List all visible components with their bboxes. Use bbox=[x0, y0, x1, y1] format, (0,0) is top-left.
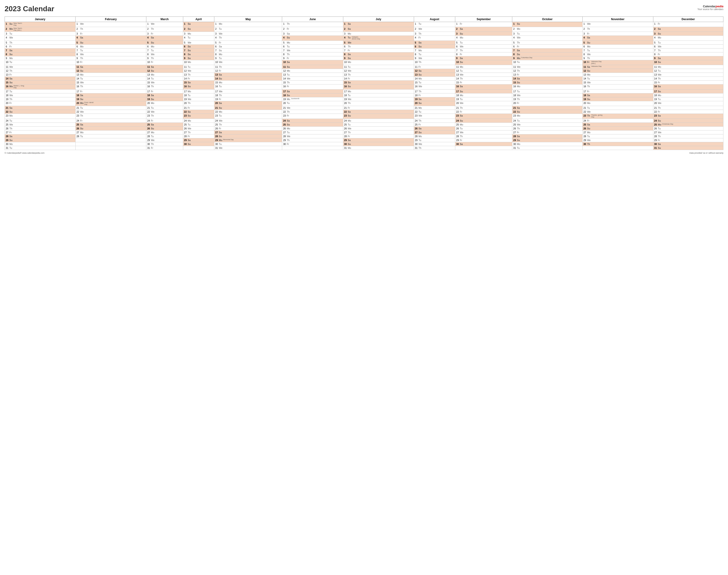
aug-7: 7Mo bbox=[414, 48, 455, 52]
feb-14: 14Tu bbox=[75, 77, 146, 80]
mar-7: 7Tu bbox=[146, 48, 183, 52]
jun-6: 6Tu bbox=[282, 44, 343, 48]
sep-15: 15Fr bbox=[455, 80, 512, 84]
may-20: 20Sa bbox=[214, 101, 282, 106]
mar-26: 26Su bbox=[146, 126, 183, 130]
page-header: 2023 Calendar Calendarpedia Your source … bbox=[5, 5, 723, 13]
dec-12: 12Tu bbox=[653, 69, 723, 73]
dec-28: 28Th bbox=[653, 134, 723, 138]
sep-16: 16Sa bbox=[455, 84, 512, 90]
nov-20: 20Mo bbox=[582, 101, 653, 106]
dec-8: 8Fr bbox=[653, 52, 723, 56]
apr-3: 3Mo bbox=[183, 32, 214, 36]
apr-26: 26We bbox=[183, 126, 214, 130]
sep-8: 8Fr bbox=[455, 52, 512, 56]
may-23: 23Tu bbox=[214, 114, 282, 119]
may-10: 10We bbox=[214, 60, 282, 65]
jul-5: 5We bbox=[343, 40, 414, 44]
may-5: 5Fr bbox=[214, 40, 282, 44]
dec-30: 30Sa bbox=[653, 142, 723, 146]
mar-19: 19Su bbox=[146, 97, 183, 101]
sep-17: 17Su bbox=[455, 89, 512, 93]
jul-29: 29Sa bbox=[343, 138, 414, 142]
jun-24: 24Sa bbox=[282, 119, 343, 123]
jun-1: 1Th bbox=[282, 22, 343, 27]
aug-9: 9We bbox=[414, 56, 455, 60]
jul-19: 19We bbox=[343, 97, 414, 101]
may-11: 11Th bbox=[214, 65, 282, 69]
sep-13: 13We bbox=[455, 73, 512, 77]
sep-2: 2Sa bbox=[455, 27, 512, 32]
oct-21: 21Sa bbox=[512, 106, 582, 110]
apr-8: 8Sa bbox=[183, 52, 214, 56]
mar-9: 9Th bbox=[146, 56, 183, 60]
mar-10: 10Fr bbox=[146, 60, 183, 65]
jun-2: 2Fr bbox=[282, 27, 343, 32]
table-row: 5Th 5Su 5Su 5We 5Fr 5Mo 5We 5Sa 5Tu 5Th … bbox=[5, 40, 723, 44]
mar-29: 29We bbox=[146, 138, 183, 142]
col-may: May bbox=[214, 17, 282, 22]
may-26: 26Fr bbox=[214, 126, 282, 130]
col-july: July bbox=[343, 17, 414, 22]
aug-15: 15Tu bbox=[414, 80, 455, 84]
mar-6: 6Mo bbox=[146, 44, 183, 48]
aug-30: 30We bbox=[414, 142, 455, 146]
sep-19: 19Tu bbox=[455, 97, 512, 101]
jun-4: 4Su bbox=[282, 36, 343, 41]
jun-9: 9Fr bbox=[282, 56, 343, 60]
oct-11: 11We bbox=[512, 65, 582, 69]
jun-3: 3Sa bbox=[282, 32, 343, 36]
jun-18: 18Su bbox=[282, 93, 343, 97]
table-row: 15Su 15We 15We 15Sa 15Mo 15Th 15Sa 15Tu … bbox=[5, 80, 723, 84]
jan-10: 10Tu bbox=[5, 60, 76, 65]
feb-26: 26Su bbox=[75, 126, 146, 130]
apr-20: 20Th bbox=[183, 101, 214, 106]
nov-21: 21Tu bbox=[582, 106, 653, 110]
jan-21: 21Sa bbox=[5, 106, 76, 110]
aug-3: 3Th bbox=[414, 32, 455, 36]
may-31: 31We bbox=[214, 146, 282, 150]
sep-23: 23Sa bbox=[455, 114, 512, 119]
table-row: 2MoNew Year's Day (obs.) 2Th 2Th 2Su 2Tu… bbox=[5, 27, 723, 32]
feb-28: 28Tu bbox=[75, 134, 146, 138]
apr-29: 29Sa bbox=[183, 138, 214, 142]
nov-5: 5Su bbox=[582, 40, 653, 44]
sep-4: 4Mo bbox=[455, 36, 512, 41]
nov-13: 13Mo bbox=[582, 73, 653, 77]
feb-8: 8We bbox=[75, 52, 146, 56]
aug-14: 14Mo bbox=[414, 77, 455, 80]
dec-27: 27We bbox=[653, 130, 723, 134]
oct-30: 30Mo bbox=[512, 142, 582, 146]
mar-15: 15We bbox=[146, 80, 183, 84]
oct-13: 13Fr bbox=[512, 73, 582, 77]
dec-13: 13We bbox=[653, 73, 723, 77]
col-february: February bbox=[75, 17, 146, 22]
nov-29: 29We bbox=[582, 138, 653, 142]
apr-2: 2Su bbox=[183, 27, 214, 32]
apr-28: 28Fr bbox=[183, 134, 214, 138]
oct-10: 10Tu bbox=[512, 60, 582, 65]
may-8: 8Mo bbox=[214, 52, 282, 56]
jul-20: 20Th bbox=[343, 101, 414, 106]
mar-5: 5Su bbox=[146, 40, 183, 44]
mar-4: 4Sa bbox=[146, 36, 183, 41]
table-row: 23Mo 23Th 23Th 23Su 23Tu 23Fr 23Su 23We … bbox=[5, 114, 723, 119]
jun-23: 23Fr bbox=[282, 114, 343, 119]
aug-20: 20Su bbox=[414, 101, 455, 106]
mar-31: 31Fr bbox=[146, 146, 183, 150]
jul-31: 31Mo bbox=[343, 146, 414, 150]
mar-25: 25Sa bbox=[146, 123, 183, 126]
jan-16: 16MoMartin L. King Day bbox=[5, 84, 76, 90]
jun-5: 5Mo bbox=[282, 40, 343, 44]
feb-25: 25Sa bbox=[75, 123, 146, 126]
feb-24: 24Fr bbox=[75, 119, 146, 123]
aug-24: 24Th bbox=[414, 119, 455, 123]
jun-15: 15Th bbox=[282, 80, 343, 84]
jan-24: 24Tu bbox=[5, 119, 76, 123]
aug-16: 16We bbox=[414, 84, 455, 90]
jan-1: 1SuNew Year's Day bbox=[5, 22, 76, 27]
apr-7: 7Su bbox=[183, 48, 214, 52]
dec-31: 31Su bbox=[653, 146, 723, 150]
jan-25: 25We bbox=[5, 123, 76, 126]
dec-4: 4Mo bbox=[653, 36, 723, 41]
